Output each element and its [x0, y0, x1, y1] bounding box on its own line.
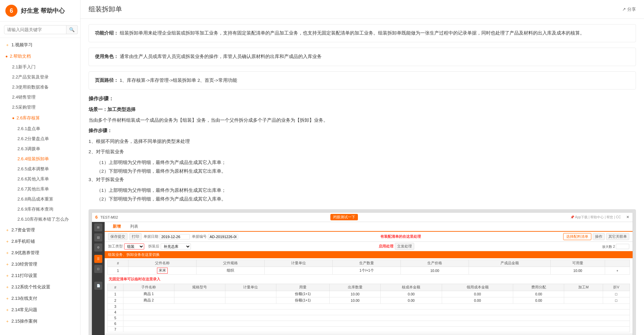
mock-lower-row2: 2 商品 2 份额(1+1) 10.00 0.00 0.00	[108, 297, 630, 304]
sidebar-item-docs[interactable]: ● 2.帮助文档	[0, 51, 80, 62]
sidebar-item-purchase[interactable]: 2.5采购管理	[0, 102, 80, 112]
sidebar-item-sales[interactable]: 2.4销售管理	[0, 92, 80, 102]
sidebar-item-finance[interactable]: ＋ 2.7资金管理	[0, 224, 80, 236]
sidebar-item-print[interactable]: ＋ 2.11打印设置	[0, 270, 80, 281]
sidebar-item-partial-stocktake[interactable]: 2.6.2分量盘点单	[0, 134, 80, 144]
search-button[interactable]: 🔍	[66, 25, 78, 34]
mock-nav-icon-3[interactable]: ⚙	[94, 243, 102, 252]
sidebar-item-ledger-fix[interactable]: 2.6.10库存账本错了怎么办	[0, 214, 80, 224]
sidebar-item-label: 2.10经营管理	[11, 261, 37, 267]
step2-2: （2）下部明细为子件明细，最终作为原材料生成其它出库单。	[89, 167, 636, 176]
sidebar-item-cost-adjust[interactable]: 2.6.5成本调整单	[0, 164, 80, 174]
func-intro-label: 功能介绍：	[95, 31, 118, 36]
mock-upper-table: # 父件名称 父件规格 计量单位 生产数量 生产价格 产成品金额 可用量	[107, 260, 630, 275]
search-input[interactable]	[4, 25, 66, 34]
mock-wh-label: 拆装后	[148, 244, 159, 249]
sidebar-item-biz-mgmt[interactable]: ＋ 2.10经营管理	[0, 259, 80, 270]
mock-process-btn[interactable]: 立发处理	[395, 243, 414, 250]
mock-nav-icon-1[interactable]: ⊞	[94, 223, 102, 231]
mock-save-btn[interactable]: 保存提交	[108, 233, 127, 240]
step1: 1、根据不同的业务，选择不同单据的类型来处理	[89, 137, 636, 146]
mock-lth-usage: 用量	[276, 284, 330, 291]
role-label: 使用角色：	[95, 54, 118, 59]
plus-icon-coupon: ＋	[5, 250, 9, 256]
mock-row-add-btn[interactable]: ＋	[616, 269, 619, 273]
sidebar-item-faq[interactable]: ＋ 2.14常见问题	[0, 304, 80, 316]
sidebar-item-cost-recalc[interactable]: 2.6.8商品成本重算	[0, 194, 80, 204]
mock-nav-icon-2[interactable]: ▤	[94, 233, 102, 241]
sidebar-item-payment[interactable]: ＋ 2.13在线支付	[0, 293, 80, 304]
page-header: 组装拆卸单 ↗ 分享	[80, 0, 644, 19]
mock-action-btn[interactable]: 操作	[593, 233, 605, 240]
mock-lth-spec: 规格型号	[174, 284, 225, 291]
mock-upper-cell: 1个/+1个	[333, 267, 401, 275]
sidebar-item-cases[interactable]: ＋ 2.15操作案例	[0, 316, 80, 327]
sidebar-item-ledger-query[interactable]: 2.6.9库存账本查询	[0, 204, 80, 214]
mock-upper-table-wrap: # 父件名称 父件规格 计量单位 生产数量 生产价格 产成品金额 可用量	[105, 258, 633, 276]
plus-icon: ＋	[5, 42, 9, 48]
mock-th-action	[605, 260, 630, 267]
mock-nav-icon-6[interactable]: 📄	[94, 282, 102, 290]
mock-date-input[interactable]	[160, 234, 190, 239]
mock-config-btn[interactable]: 选择配料清单	[563, 233, 591, 240]
sidebar-item-label: 2.7资金管理	[11, 227, 35, 233]
sidebar-item-other-out[interactable]: 2.6.7其他出库单	[0, 184, 80, 194]
mock-lower-annotation: 无固定清单可以临时在这里录入	[105, 276, 633, 282]
sidebar-item-stocktake[interactable]: 2.6.1盘点单	[0, 124, 80, 134]
mock-field-warehouse: 拆装后 补充总库	[148, 243, 191, 249]
sidebar-item-coupon[interactable]: ＋ 2.9优惠券管理	[0, 247, 80, 259]
logo-icon: 6	[5, 5, 17, 17]
mock-type-select[interactable]: 组装 拆卸	[124, 243, 144, 249]
mock-qty-input[interactable]	[616, 244, 629, 249]
plus-icon-cases: ＋	[5, 319, 9, 324]
sidebar-item-customize[interactable]: ＋ 2.12系统个性化设置	[0, 281, 80, 293]
mock-th-prod-qty: 生产数量	[333, 260, 401, 267]
mock-input-red-field[interactable]: 米米	[157, 268, 168, 274]
mock-th-amount: 产成品金额	[469, 260, 551, 267]
mock-process-area: 启用处理 立发处理	[379, 243, 414, 250]
plus-icon-biz: ＋	[5, 262, 9, 267]
sidebar-item-inventory[interactable]: ● 2.6库存核算	[0, 112, 80, 124]
mock-close-btn[interactable]: ✕	[626, 215, 629, 219]
sidebar-item-label: 2.13在线支付	[11, 295, 37, 301]
mock-nav-icon-5[interactable]: ⊡	[94, 265, 102, 273]
role-text: 通常由生产人员或库管人员完成拆装业务的操作，库管人员确认原材料的出库和产成品的入…	[120, 54, 322, 59]
mock-upper-cell: 10.00	[550, 267, 605, 275]
mock-upper-cell: 10.00	[401, 267, 469, 275]
mock-lth-out-qty: 出库数量	[330, 284, 381, 291]
sidebar-item-transfer[interactable]: 2.6.3调拨单	[0, 144, 80, 154]
mock-nav-icon-4[interactable]: ☰	[94, 255, 102, 263]
mock-upper-cell: 组织	[197, 267, 265, 275]
sidebar-item-assembly[interactable]: 2.6.4组装拆卸单	[0, 154, 80, 164]
plus-icon-mobile: ＋	[5, 239, 9, 244]
step3-2: （2）下部明细为子件明细，最终作为产成品生成其它入库单。	[89, 195, 636, 204]
mock-topbar-btn[interactable]: 闭眼测试一下	[330, 214, 358, 220]
sidebar-item-other-in[interactable]: 2.6.6其他入库单	[0, 174, 80, 184]
mock-tab-new[interactable]: 新增	[108, 222, 125, 232]
mock-tab-list[interactable]: 列表	[125, 222, 143, 232]
mock-lower-row1: 1 商品 1 份额(1+1) 10.00 0.00 0.00	[108, 291, 630, 297]
sidebar-item-install[interactable]: 2.2产品安装及登录	[0, 72, 80, 82]
mock-annotation-text2: 启用处理	[379, 244, 393, 249]
mock-form-row: 加工类型 组装 拆卸 拆装后 补充总库	[105, 242, 633, 251]
mock-logo: 6	[95, 215, 98, 220]
path-block: 页面路径： 1、库存核算->库存管理->组装拆卸单 2、首页->常用功能	[89, 71, 636, 90]
mock-other-btn[interactable]: 其它关联单	[606, 233, 629, 240]
mock-field-date: 单据日期	[144, 234, 190, 239]
scenario1-desc: 当由多个子件材料组装成一个成品的业务为【组装】业务，当由一个父件拆分成多个子产品…	[89, 116, 636, 125]
sidebar: 6 好生意 帮助中心 🔍 ＋ 1.视频学习 ● 2.帮助文档 2.1新手入门 2…	[0, 0, 80, 335]
sidebar-item-video[interactable]: ＋ 1.视频学习	[0, 39, 80, 51]
mock-th-prod-price: 生产价格	[401, 260, 469, 267]
mock-id-input[interactable]	[208, 234, 238, 239]
sidebar-item-mobile[interactable]: ＋ 2.8手机旺铺	[0, 236, 80, 247]
mock-qty-label: 放大数 2	[602, 245, 615, 248]
mock-print-btn[interactable]: 打印	[129, 233, 142, 240]
plus-icon-faq: ＋	[5, 307, 9, 313]
share-button[interactable]: ↗ 分享	[622, 6, 636, 12]
mock-main-content: 新增 列表 保存提交 打印 单据日期	[105, 222, 633, 335]
sidebar-item-data-prep[interactable]: 2.3使用前数据准备	[0, 82, 80, 92]
mock-th-num: #	[108, 260, 128, 267]
sidebar-item-newcomer[interactable]: 2.1新手入门	[0, 62, 80, 72]
mock-wh-select[interactable]: 补充总库	[161, 243, 191, 249]
screenshot-container: 6 TEST-M02 闭眼测试一下 📌 App下载 | 帮助中心 | 帮您 | …	[89, 209, 636, 335]
